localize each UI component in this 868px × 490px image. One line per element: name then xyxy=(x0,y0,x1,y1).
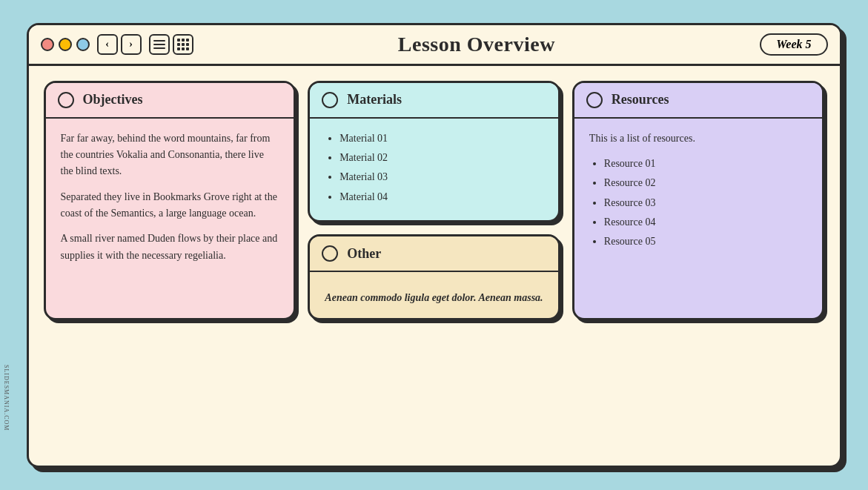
week-badge: Week 5 xyxy=(760,33,827,56)
resources-body: This is a list of resources. Resource 01… xyxy=(574,119,823,265)
list-item: Material 04 xyxy=(339,189,543,205)
objectives-header-circle xyxy=(58,92,74,108)
resources-intro: This is a list of resources. xyxy=(589,130,808,147)
list-icon xyxy=(153,39,165,50)
back-button[interactable]: ‹ xyxy=(97,34,118,55)
other-content: Aenean commodo ligula eget dolor. Aenean… xyxy=(325,290,543,306)
traffic-light-close[interactable] xyxy=(41,38,54,51)
materials-body: Material 01 Material 02 Material 03 Mate… xyxy=(310,119,558,221)
list-item: Resource 04 xyxy=(604,214,808,231)
browser-toolbar: ‹ › Lesson Overview Week 5 xyxy=(29,25,840,66)
materials-header-circle xyxy=(322,92,338,108)
list-view-button[interactable] xyxy=(149,34,170,55)
objectives-body: Far far away, behind the word mountains,… xyxy=(46,119,294,277)
browser-window: ‹ › Lesson Overview Week 5 xyxy=(27,23,842,468)
list-item: Material 02 xyxy=(339,150,543,166)
page-title: Lesson Overview xyxy=(201,33,753,56)
materials-card: Materials Material 01 Material 02 Materi… xyxy=(308,81,560,223)
resources-header-circle xyxy=(586,92,603,108)
other-body: Aenean commodo ligula eget dolor. Aenean… xyxy=(310,272,558,318)
grid-view-button[interactable] xyxy=(173,34,193,55)
objectives-title: Objectives xyxy=(83,92,143,107)
objectives-para-1: Far far away, behind the word mountains,… xyxy=(61,130,279,180)
view-buttons xyxy=(149,34,193,55)
list-item: Material 03 xyxy=(339,169,543,185)
objectives-para-3: A small river named Duden flows by their… xyxy=(61,231,279,264)
other-title: Other xyxy=(347,246,381,262)
other-header-circle xyxy=(322,245,338,262)
traffic-lights xyxy=(41,38,90,51)
resources-list: Resource 01 Resource 02 Resource 03 Reso… xyxy=(589,156,808,251)
grid-icon xyxy=(177,39,189,50)
other-card-header: Other xyxy=(310,236,558,272)
resources-title: Resources xyxy=(612,92,669,107)
content-area: Objectives Far far away, behind the word… xyxy=(29,66,840,336)
resources-card: Resources This is a list of resources. R… xyxy=(572,81,825,321)
objectives-card-header: Objectives xyxy=(46,83,294,119)
other-card: Other Aenean commodo ligula eget dolor. … xyxy=(308,234,560,320)
list-item: Resource 01 xyxy=(604,156,808,172)
list-item: Resource 02 xyxy=(604,175,808,191)
traffic-light-maximize[interactable] xyxy=(76,38,90,51)
nav-buttons: ‹ › xyxy=(97,34,142,55)
list-item: Resource 03 xyxy=(604,195,808,211)
resources-card-header: Resources xyxy=(574,83,823,119)
sidemark: SLIDESMANIA.COM xyxy=(3,365,10,431)
materials-title: Materials xyxy=(347,92,402,107)
traffic-light-minimize[interactable] xyxy=(59,38,72,51)
materials-list: Material 01 Material 02 Material 03 Mate… xyxy=(325,130,543,206)
forward-button[interactable]: › xyxy=(121,34,142,55)
list-item: Material 01 xyxy=(339,130,543,147)
objectives-card: Objectives Far far away, behind the word… xyxy=(44,81,296,321)
materials-card-header: Materials xyxy=(310,83,558,119)
objectives-para-2: Separated they live in Bookmarks Grove r… xyxy=(61,189,279,222)
list-item: Resource 05 xyxy=(604,234,808,250)
